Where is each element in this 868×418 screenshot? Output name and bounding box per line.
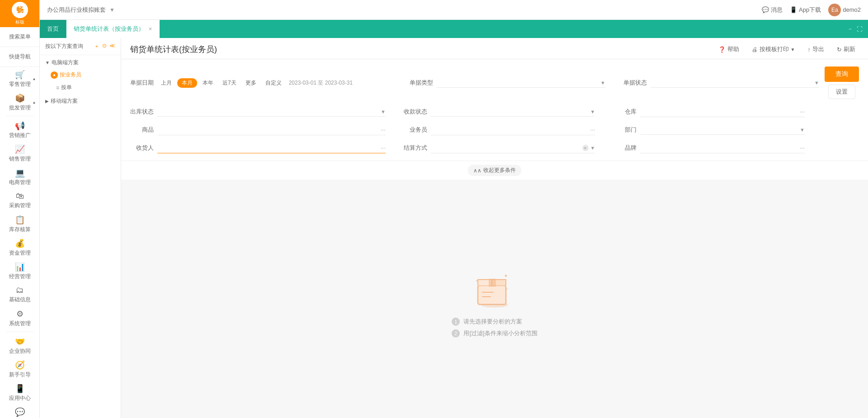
date-tab-this-year[interactable]: 本年 xyxy=(199,78,217,88)
salesperson-control[interactable]: ··· xyxy=(431,124,595,135)
date-tab-custom[interactable]: 自定义 xyxy=(262,78,285,88)
out-status-arrow: ▼ xyxy=(381,109,386,114)
tab-home[interactable]: 首页 xyxy=(40,20,66,38)
settlement-label: 结算方式 xyxy=(404,144,427,152)
receiver-dots[interactable]: ··· xyxy=(381,144,386,151)
order-icon: ≡ xyxy=(56,85,59,91)
filter-department: 部门 ▼ xyxy=(613,125,805,135)
settlement-clear-icon[interactable]: × xyxy=(582,145,589,151)
sidebar-item-guide[interactable]: 🧭 新手引导 xyxy=(0,357,40,381)
sidebar-divider-1 xyxy=(6,116,33,116)
sidebar-item-base[interactable]: 🗂 基础信息 xyxy=(0,283,40,306)
date-tab-last-month[interactable]: 上月 xyxy=(157,78,175,88)
collapse-icon[interactable]: ≪ xyxy=(109,43,115,50)
goods-label: 商品 xyxy=(130,126,154,134)
message-button[interactable]: 💬 消息 xyxy=(762,6,783,14)
sidebar-item-apps[interactable]: 📱 应用中心 xyxy=(0,381,40,404)
brand-control[interactable]: ··· xyxy=(640,142,805,153)
base-icon: 🗂 xyxy=(16,285,24,295)
retail-icon: 🛒 xyxy=(15,70,25,80)
sidebar-item-sales[interactable]: 📈 销售管理 xyxy=(0,142,40,165)
doc-type-label: 单据类型 xyxy=(410,79,433,87)
btn-area: 查询 设置 xyxy=(825,66,859,99)
scheme-by-salesperson[interactable]: ● 按业务员 xyxy=(40,68,121,81)
sidebar-item-purchase[interactable]: 🛍 采购管理 xyxy=(0,189,40,212)
doc-type-control[interactable]: ▼ xyxy=(437,78,605,88)
topbar-right: 💬 消息 📱 App下载 Ea demo2 xyxy=(762,4,861,16)
scheme-by-order[interactable]: ≡ 按单 xyxy=(40,81,121,94)
sidebar-item-finance[interactable]: 💰 资金管理 xyxy=(0,236,40,259)
sidebar-item-ecommerce[interactable]: 💻 电商管理 xyxy=(0,165,40,189)
purchase-icon: 🛍 xyxy=(16,191,24,201)
payment-status-control[interactable]: ▼ xyxy=(431,107,595,117)
salesperson-dots[interactable]: ··· xyxy=(590,126,595,133)
tab-sales-stat[interactable]: 销货单统计表（按业务员） × xyxy=(66,20,160,38)
settings-button[interactable]: 设置 xyxy=(828,85,855,99)
search-menu-button[interactable]: 搜索菜单 xyxy=(0,27,40,47)
sidebar-item-system[interactable]: ⚙ 系统管理 xyxy=(0,306,40,330)
out-status-label: 出库状态 xyxy=(130,108,154,116)
department-arrow: ▼ xyxy=(800,127,805,133)
date-tabs: 上月 本月 本年 近7天 更多 自定义 xyxy=(157,78,285,88)
settlement-control[interactable]: × ▼ xyxy=(431,143,595,153)
pc-section-title[interactable]: ▼ 电脑端方案 xyxy=(45,59,115,66)
wechat-icon: 💬 xyxy=(15,407,25,417)
tab-close-icon[interactable]: × xyxy=(149,26,152,32)
brand-dots[interactable]: ··· xyxy=(800,144,805,151)
help-icon: ❓ xyxy=(718,46,726,53)
filter-out-status: 出库状态 ▼ xyxy=(130,107,386,117)
sidebar-item-marketing[interactable]: 📢 营销推广 xyxy=(0,118,40,142)
operation-icon: 📊 xyxy=(15,262,25,272)
date-tab-this-month[interactable]: 本月 xyxy=(177,78,197,88)
empty-state: ✦ ✦ ✦ 1 请先选择要分析的方案 2 xyxy=(452,261,537,337)
warehouse-dots[interactable]: ··· xyxy=(800,108,805,115)
quick-nav-button[interactable]: 快捷导航 xyxy=(0,47,40,67)
brand-label: 品牌 xyxy=(613,144,637,152)
out-status-control[interactable]: ▼ xyxy=(157,107,386,117)
goods-dots[interactable]: ··· xyxy=(381,126,386,133)
filter-brand: 品牌 ··· xyxy=(613,142,805,153)
date-tab-more[interactable]: 更多 xyxy=(242,78,260,88)
sidebar-item-inventory[interactable]: 📋 库存核算 xyxy=(0,212,40,236)
tab-maximize-icon[interactable]: ⛶ xyxy=(857,26,863,33)
export-button[interactable]: ↑ 导出 xyxy=(804,43,828,55)
filter-row-1: 单据日期 上月 本月 本年 近7天 更多 自定义 2023-03-01 至 20… xyxy=(130,66,859,99)
app-download-button[interactable]: 📱 App下载 xyxy=(790,6,821,14)
mobile-section-label: 移动端方案 xyxy=(51,97,78,105)
message-label: 消息 xyxy=(771,6,783,14)
tab-minimize-icon[interactable]: － xyxy=(847,25,853,33)
sidebar-item-wechat[interactable]: 💬 企业微信 xyxy=(0,404,40,418)
export-label: 导出 xyxy=(812,45,824,53)
sidebar-item-retail[interactable]: 🛒 零售管理 xyxy=(0,67,40,90)
filter-row-2: 出库状态 ▼ 收款状态 ▼ xyxy=(130,106,859,117)
department-control[interactable]: ▼ xyxy=(640,125,805,135)
date-range-text: 2023-03-01 至 2023-03-31 xyxy=(289,79,353,87)
date-tab-7days[interactable]: 近7天 xyxy=(219,78,240,88)
doc-status-control[interactable]: ▼ xyxy=(651,78,819,88)
filter-receiver: 收货人 ··· xyxy=(130,142,386,153)
receiver-control[interactable]: ··· xyxy=(157,142,386,153)
mobile-section-title[interactable]: ▶ 移动端方案 xyxy=(45,97,115,105)
edit-scheme-icon[interactable]: ⊙ xyxy=(102,43,107,50)
user-profile[interactable]: Ea demo2 xyxy=(828,4,861,16)
sidebar-item-wholesale[interactable]: 📦 批发管理 xyxy=(0,90,40,114)
help-button[interactable]: ❓ 帮助 xyxy=(715,43,743,55)
sidebar-item-operation[interactable]: 📊 经营管理 xyxy=(0,259,40,283)
query-button[interactable]: 查询 xyxy=(825,66,859,82)
add-scheme-icon[interactable]: ＋ xyxy=(94,43,99,50)
warehouse-control[interactable]: ··· xyxy=(640,106,805,117)
filter-date: 单据日期 上月 本月 本年 近7天 更多 自定义 2023-03-01 至 20… xyxy=(130,78,392,88)
topbar-dropdown-icon[interactable]: ▼ xyxy=(109,7,115,13)
collapse-button[interactable]: ∧∧ 收起更多条件 xyxy=(468,165,521,176)
refresh-button[interactable]: ↻ 刷新 xyxy=(833,43,859,55)
sidebar-item-label: 新手引导 xyxy=(9,371,31,379)
template-print-button[interactable]: 🖨 按模板打印 ▼ xyxy=(748,43,799,55)
svg-text:✦: ✦ xyxy=(504,273,508,279)
apps-icon: 📱 xyxy=(15,384,25,394)
table-area: ✦ ✦ ✦ 1 请先选择要分析的方案 2 xyxy=(121,180,868,418)
sidebar-item-cooperation[interactable]: 🤝 企业协同 xyxy=(0,334,40,357)
filter-goods: 商品 ··· xyxy=(130,124,386,135)
ecommerce-icon: 💻 xyxy=(15,168,25,178)
goods-control[interactable]: ··· xyxy=(157,124,386,135)
svg-rect-2 xyxy=(489,279,496,287)
